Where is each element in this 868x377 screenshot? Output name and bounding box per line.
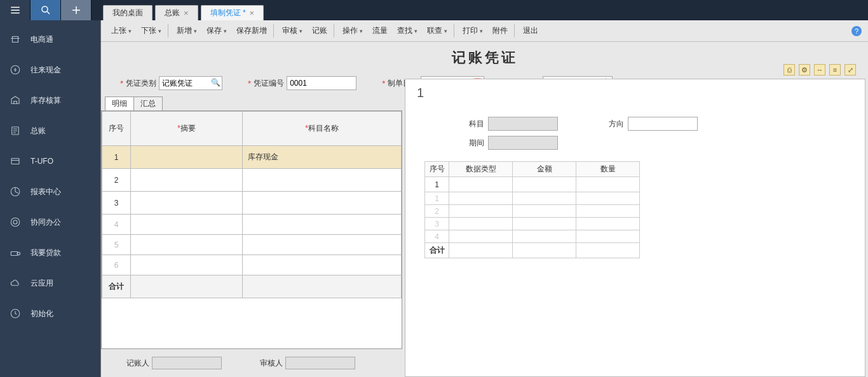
toolbar-post[interactable]: 记账 (308, 24, 334, 37)
global-search-button[interactable] (31, 0, 61, 20)
cashflow-grid: 序号 数据类型 金额 数量 1 1 2 3 (424, 161, 846, 258)
sidebar-item-label: 报表中心 (31, 187, 61, 197)
field-preparer: 记账人 (126, 357, 222, 369)
direction-input[interactable] (628, 117, 698, 131)
cell-subject[interactable] (243, 169, 402, 192)
svg-point-0 (42, 6, 48, 12)
sidebar-item-loan[interactable]: 我要贷款 (0, 237, 100, 268)
toolbar-linkage[interactable]: 联查▾ (423, 24, 454, 37)
field-subject: 科目 (469, 117, 558, 131)
lookup-icon[interactable]: 🔍 (211, 78, 220, 87)
cash-icon (9, 63, 22, 76)
mini-header-qty: 数量 (576, 162, 640, 177)
action-icon-4[interactable]: ≡ (829, 64, 841, 76)
cell-seq: 5 (102, 235, 131, 255)
action-icon-2[interactable]: ⚙ (799, 64, 810, 76)
field-label: 方向 (609, 119, 624, 129)
help-button[interactable]: ? (851, 26, 862, 36)
toolbar-add[interactable]: 新增▾ (173, 24, 201, 37)
action-icon-3[interactable]: ↔ (814, 64, 825, 76)
tab-ledger[interactable]: 总账 × (155, 5, 198, 20)
table-row[interactable]: 3 (425, 218, 640, 230)
checker-input[interactable] (285, 357, 355, 369)
caret-down-icon: ▾ (128, 28, 132, 34)
required-mark: * (248, 79, 251, 88)
field-voucher-num: * 凭证编号 (248, 76, 356, 90)
voucher-toolbar: 上张▾ 下张▾ 新增▾ 保存▾ 保存新增 审核▾ 记账 操作▾ 流量 查找▾ 联… (101, 20, 868, 42)
toolbar-exit[interactable]: 退出 (519, 24, 542, 37)
period-input[interactable] (488, 136, 558, 150)
sidebar-item-label: 云应用 (31, 278, 53, 289)
caret-down-icon: ▾ (444, 28, 447, 34)
cell-summary[interactable] (131, 192, 243, 215)
field-direction: 方向 (609, 117, 698, 131)
sidebar-item-ledger[interactable]: 总账 (0, 116, 100, 146)
close-icon[interactable]: × (250, 8, 255, 18)
sidebar-item-report[interactable]: 报表中心 (0, 176, 100, 207)
table-row[interactable]: 1 (425, 192, 640, 205)
svg-point-5 (11, 218, 20, 227)
sidebar-item-inventory[interactable]: 库存核算 (0, 85, 100, 116)
loan-icon (9, 246, 22, 259)
toolbar-next[interactable]: 下张▾ (137, 24, 168, 37)
toolbar-query[interactable]: 查找▾ (393, 24, 421, 37)
preparer-input[interactable] (152, 357, 222, 369)
table-row[interactable]: 2 (425, 205, 640, 218)
sidebar-item-ecommerce[interactable]: 电商通 (0, 24, 100, 55)
grid-header-seq: 序号 (102, 112, 131, 146)
toolbar-audit[interactable]: 审核▾ (278, 24, 306, 37)
action-icon-1[interactable]: ⎙ (783, 64, 795, 76)
caret-down-icon: ▾ (158, 28, 161, 34)
svg-rect-7 (11, 252, 18, 256)
close-icon[interactable]: × (184, 8, 189, 18)
toolbar-flow[interactable]: 流量 (369, 24, 391, 37)
cell-summary[interactable] (131, 169, 243, 192)
hamburger-menu-button[interactable] (0, 0, 31, 20)
tab-label: 总账 (165, 8, 180, 18)
field-label: 记账人 (126, 358, 149, 369)
cell-subject[interactable] (243, 192, 402, 215)
tab-desktop[interactable]: 我的桌面 (103, 5, 153, 20)
subtab-detail[interactable]: 明细 (105, 96, 134, 110)
sidebar-nav: 电商通 往来现金 库存核算 总账 T-UFO 报表中心 (0, 20, 100, 377)
cashflow-panel: ⎙ ⚙ ↔ ≡ ⤢ 1 科目 方向 (405, 79, 865, 377)
subtab-summary[interactable]: 汇总 (133, 96, 163, 110)
table-row[interactable]: 6 (102, 255, 402, 275)
tufo-icon (9, 155, 22, 168)
cell-summary[interactable] (131, 146, 243, 169)
table-row[interactable]: 5 (102, 235, 402, 255)
toolbar-prev[interactable]: 上张▾ (107, 24, 135, 37)
sidebar-item-cloud[interactable]: 云应用 (0, 268, 100, 298)
sidebar-item-collab[interactable]: 协同办公 (0, 207, 100, 237)
grid-total-row: 合计 (102, 275, 402, 298)
voucher-num-input[interactable] (287, 76, 356, 90)
table-row[interactable]: 1 (425, 177, 640, 192)
subject-input[interactable] (488, 117, 558, 131)
table-row[interactable]: 4 (102, 215, 402, 235)
cell-subject[interactable]: 库存现金 (243, 146, 402, 169)
report-icon (9, 185, 22, 198)
table-row[interactable]: 4 (425, 230, 640, 243)
voucher-title: 记账凭证 (101, 42, 868, 72)
table-row[interactable]: 3 (102, 192, 402, 215)
sidebar-item-label: 库存核算 (31, 95, 61, 106)
required-mark: * (120, 79, 123, 88)
sidebar-item-label: 协同办公 (31, 217, 61, 228)
tab-voucher[interactable]: 填制凭证 * × (201, 5, 264, 20)
table-row[interactable]: 1 库存现金 (102, 146, 402, 169)
ecommerce-icon (9, 33, 22, 46)
table-row[interactable]: 2 (102, 169, 402, 192)
svg-point-6 (13, 220, 17, 224)
total-label: 合计 (102, 275, 131, 298)
toolbar-attach[interactable]: 附件 (489, 24, 515, 37)
sidebar-item-tufo[interactable]: T-UFO (0, 146, 100, 176)
detail-subtabs: 明细 汇总 (101, 96, 402, 110)
toolbar-operate[interactable]: 操作▾ (339, 24, 367, 37)
toolbar-save[interactable]: 保存▾ (203, 24, 231, 37)
new-button[interactable] (61, 0, 92, 20)
toolbar-print[interactable]: 打印▾ (459, 24, 487, 37)
sidebar-item-init[interactable]: 初始化 (0, 298, 100, 329)
toolbar-save-new[interactable]: 保存新增 (233, 24, 274, 37)
sidebar-item-cash[interactable]: 往来现金 (0, 55, 100, 85)
action-icon-5[interactable]: ⤢ (844, 64, 856, 76)
